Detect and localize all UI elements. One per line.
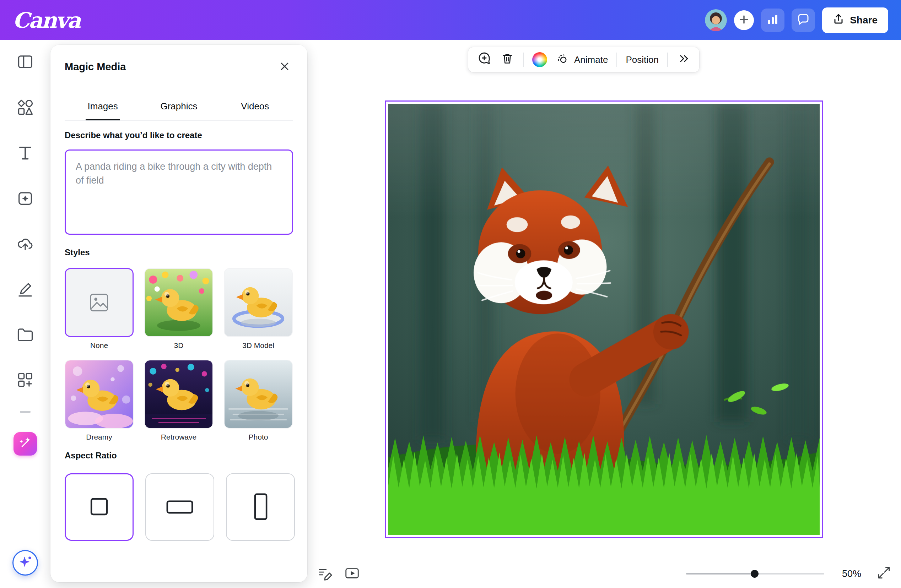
apps-icon [16, 371, 34, 390]
style-thumbnail [224, 268, 293, 337]
aspect-ratio-options [65, 473, 293, 541]
top-bar: Canva [0, 0, 901, 40]
prompt-input[interactable] [65, 149, 293, 235]
draw-icon [16, 280, 34, 299]
tab-images[interactable]: Images [65, 96, 141, 120]
share-label: Share [850, 14, 878, 26]
add-comment-button[interactable] [477, 51, 492, 68]
zoom-fill [686, 573, 754, 574]
magic-media-panel: Magic Media Images Graphics Videos Descr… [50, 45, 307, 582]
color-picker-button[interactable] [532, 52, 547, 67]
avatar[interactable] [705, 9, 727, 31]
selected-image[interactable] [385, 101, 823, 538]
animate-icon [556, 51, 570, 68]
style-label: Retrowave [144, 433, 213, 441]
style-label: None [65, 341, 134, 350]
red-panda-image [388, 104, 820, 535]
position-label: Position [626, 54, 659, 65]
tab-graphics[interactable]: Graphics [141, 96, 217, 120]
magic-media-icon [18, 436, 33, 452]
notes-button[interactable] [315, 565, 334, 583]
sidebar-item-magic-media[interactable] [14, 432, 37, 456]
projects-icon [16, 325, 34, 345]
aspect-landscape-button[interactable] [145, 473, 214, 541]
panel-tabs: Images Graphics Videos [65, 96, 293, 121]
design-icon [16, 53, 34, 72]
style-option-photo[interactable]: Photo [224, 360, 293, 441]
style-label: 3D [144, 341, 213, 350]
position-button[interactable]: Position [626, 54, 659, 65]
toolbar-divider [616, 53, 617, 67]
portrait-ratio-icon [226, 473, 295, 541]
elements-icon [16, 98, 34, 118]
share-icon [833, 13, 844, 27]
landscape-ratio-icon [145, 473, 214, 541]
more-tools-button[interactable] [677, 51, 691, 68]
styles-heading: Styles [65, 247, 293, 257]
image-placeholder-icon [88, 291, 110, 314]
add-icon [739, 14, 749, 26]
tab-videos[interactable]: Videos [217, 96, 293, 120]
analytics-icon [766, 13, 779, 27]
canva-assistant-button[interactable] [12, 550, 38, 576]
aspect-portrait-button[interactable] [226, 473, 295, 541]
comments-button[interactable] [792, 9, 815, 32]
fullscreen-button[interactable] [875, 564, 893, 582]
close-panel-button[interactable] [276, 58, 293, 75]
style-option-none[interactable]: None [65, 268, 134, 350]
canva-editor: Canva [0, 0, 901, 588]
square-ratio-icon [65, 473, 134, 541]
style-option-3d-model[interactable]: 3D Model [224, 268, 293, 350]
style-option-retrowave[interactable]: Retrowave [144, 360, 213, 441]
zoom-slider[interactable] [686, 568, 824, 580]
panel-title: Magic Media [65, 61, 126, 73]
sidebar-item-uploads[interactable] [14, 233, 37, 255]
canva-assistant-icon [17, 555, 33, 571]
styles-grid: None 3D [65, 268, 293, 441]
style-label: Dreamy [65, 433, 134, 441]
more-chevron-icon [677, 51, 691, 68]
sidebar-item-text[interactable] [14, 142, 37, 164]
style-thumbnail [144, 268, 213, 337]
sidebar-item-brand[interactable] [14, 187, 37, 210]
close-icon [279, 61, 291, 73]
style-thumbnail [144, 360, 213, 429]
canva-logo[interactable]: Canva [13, 9, 80, 31]
style-label: 3D Model [224, 341, 293, 350]
sidebar-item-elements[interactable] [14, 96, 37, 119]
text-icon [16, 143, 34, 163]
brand-icon [16, 189, 34, 208]
delete-button[interactable] [500, 51, 514, 68]
sidebar-item-apps[interactable] [14, 369, 37, 392]
prompt-heading: Describe what you’d like to create [65, 130, 293, 140]
chat-icon [796, 12, 811, 28]
panel-header: Magic Media [65, 45, 293, 75]
analytics-button[interactable] [761, 9, 784, 32]
zoom-level[interactable]: 50% [836, 568, 868, 579]
share-button[interactable]: Share [822, 8, 888, 33]
zoom-knob[interactable] [751, 570, 759, 578]
present-icon [344, 565, 360, 583]
canvas-toolbar: Animate Position [468, 47, 699, 72]
style-label: Photo [224, 433, 293, 441]
notes-icon [316, 565, 333, 583]
present-button[interactable] [343, 565, 361, 583]
style-option-dreamy[interactable]: Dreamy [65, 360, 134, 441]
add-button[interactable] [734, 10, 754, 30]
rail-divider [20, 411, 31, 413]
expand-icon [876, 565, 892, 582]
aspect-square-button[interactable] [65, 473, 134, 541]
trash-icon [500, 51, 514, 68]
animate-label: Animate [574, 54, 608, 65]
style-option-3d[interactable]: 3D [144, 268, 213, 350]
sidebar-item-draw[interactable] [14, 278, 37, 301]
style-thumbnail [65, 360, 134, 429]
animate-button[interactable]: Animate [556, 51, 608, 68]
sidebar-item-design[interactable] [14, 51, 37, 73]
sidebar-item-projects[interactable] [14, 324, 37, 346]
style-thumbnail [224, 360, 293, 429]
uploads-icon [16, 234, 34, 254]
color-wheel-icon [532, 52, 547, 67]
toolbar-divider [523, 53, 524, 67]
add-comment-icon [477, 51, 492, 68]
